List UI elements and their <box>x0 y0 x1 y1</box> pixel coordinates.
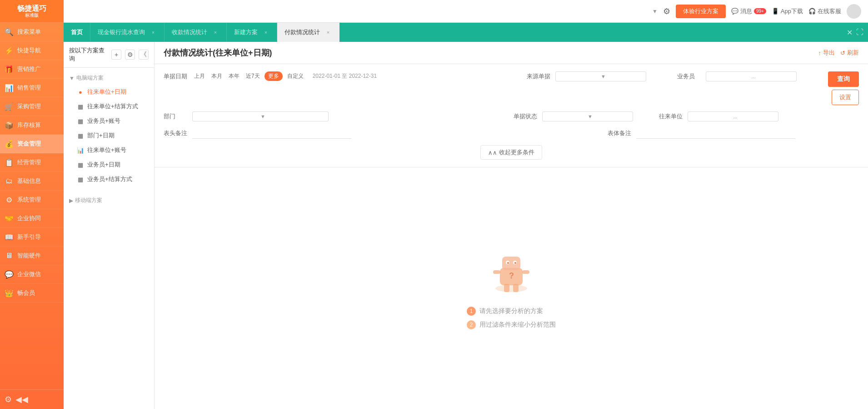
tab-home[interactable]: 首页 <box>64 23 90 42</box>
folder-icon: 🗂 <box>5 177 14 186</box>
sidebar: 畅捷通巧 标准版 🔍 搜索菜单 ⚡ 快捷导航 🎁 营销推广 📊 销售管理 🛒 采… <box>0 0 64 409</box>
tab-close-all-icon[interactable]: ✕ <box>847 28 853 37</box>
box-icon: 📦 <box>5 121 14 130</box>
dept-arrow-icon: ▼ <box>260 114 324 119</box>
body-note-input[interactable] <box>636 128 795 139</box>
scheme-unit-account[interactable]: 📊 往来单位+账号 <box>64 143 154 157</box>
trial-button[interactable]: 体验行业方案 <box>676 5 726 18</box>
filter-row-3: 表头备注 表体备注 <box>164 128 859 139</box>
staff-date-icon: ▦ <box>76 161 85 169</box>
doc-status-select[interactable]: ▼ <box>542 111 633 121</box>
dropdown-arrow-icon[interactable]: ▼ <box>652 8 658 15</box>
svg-rect-8 <box>522 270 529 274</box>
export-btn[interactable]: ↑ 导出 <box>818 49 835 57</box>
scheme-settings-btn[interactable]: ⚙ <box>125 50 135 60</box>
desktop-section: ▼ 电脑端方案 ● 往来单位+日期 ▦ 往来单位+结算方式 ▦ 业务员+账号 ▦ <box>64 68 154 190</box>
sidebar-item-sales[interactable]: 📊 销售管理 <box>0 79 64 97</box>
user-avatar[interactable] <box>847 4 861 19</box>
header-note-input[interactable] <box>192 128 351 139</box>
tab-bank[interactable]: 现金银行流水查询 × <box>90 23 165 42</box>
clipboard-icon: 📋 <box>5 158 14 167</box>
source-label: 来源单据 <box>527 72 552 81</box>
scheme-staff-account[interactable]: ▦ 业务员+账号 <box>64 114 154 128</box>
this-year-opt[interactable]: 本年 <box>227 71 241 81</box>
tab-new-close[interactable]: × <box>262 29 269 36</box>
refresh-btn[interactable]: ↺ 刷新 <box>840 49 859 57</box>
last7days-opt[interactable]: 近7天 <box>244 71 262 81</box>
staff-settle-icon: ▦ <box>76 175 85 183</box>
more-opt[interactable]: 更多 <box>264 71 283 81</box>
sidebar-item-finance[interactable]: 💰 资金管理 <box>0 135 64 153</box>
online-service-btn[interactable]: 🎧 在线客服 <box>808 7 841 15</box>
source-select[interactable]: ▼ <box>555 71 646 81</box>
sidebar-item-system[interactable]: ⚙ 系统管理 <box>0 191 64 209</box>
date-range-display[interactable]: 2022-01-01 至 2022-12-31 <box>313 72 377 80</box>
step1-num: 1 <box>467 307 476 316</box>
collapse-panel-btn[interactable]: 《 <box>139 50 149 60</box>
custom-opt[interactable]: 自定义 <box>285 71 305 81</box>
sidebar-header: 畅捷通巧 标准版 <box>0 0 64 23</box>
dept-label: 部门 <box>164 112 189 121</box>
sidebar-item-business[interactable]: 📋 经营管理 <box>0 153 64 172</box>
main-area: ▼ ⚙ 体验行业方案 💬 消息 99+ 📱 App下载 🎧 在线客服 首页 现金… <box>64 0 868 409</box>
mobile-section-header[interactable]: ▶ 移动端方案 <box>64 194 154 207</box>
sidebar-item-wechat[interactable]: 💬 企业微信 <box>0 265 64 284</box>
empty-step-2: 2 用过滤条件来缩小分析范围 <box>467 320 556 329</box>
unit-ellipsis-icon: ... <box>733 114 774 119</box>
sidebar-item-purchase[interactable]: 🛒 采购管理 <box>0 97 64 116</box>
chat-icon: 💬 <box>5 270 14 279</box>
collapse-sidebar-icon[interactable]: ◀◀ <box>15 394 28 404</box>
sidebar-item-search[interactable]: 🔍 搜索菜单 <box>0 23 64 41</box>
sidebar-item-nav[interactable]: ⚡ 快捷导航 <box>0 41 64 60</box>
staff-label: 业务员 <box>677 72 702 81</box>
gear-icon: ⚙ <box>5 195 14 204</box>
filter-row-1: 单据日期 上月 本月 本年 近7天 更多 自定义 2022-01-01 至 20… <box>164 71 859 105</box>
scheme-staff-date[interactable]: ▦ 业务员+日期 <box>64 157 154 172</box>
dept-select[interactable]: ▼ <box>192 111 329 121</box>
sidebar-item-marketing[interactable]: 🎁 营销推广 <box>0 60 64 79</box>
sidebar-item-collab[interactable]: 🤝 企业协同 <box>0 209 64 228</box>
sidebar-nav: 🔍 搜索菜单 ⚡ 快捷导航 🎁 营销推广 📊 销售管理 🛒 采购管理 📦 库存核… <box>0 23 64 389</box>
app-download-btn[interactable]: 📱 App下载 <box>772 7 803 15</box>
step2-num: 2 <box>467 320 476 329</box>
tab-receipt-close[interactable]: × <box>212 29 219 36</box>
scheme-staff-settle[interactable]: ▦ 业务员+结算方式 <box>64 172 154 187</box>
tab-bank-close[interactable]: × <box>150 29 157 36</box>
this-month-opt[interactable]: 本月 <box>210 71 224 81</box>
tab-receipt[interactable]: 收款情况统计 × <box>165 23 227 42</box>
sidebar-item-inventory[interactable]: 📦 库存核算 <box>0 116 64 135</box>
scheme-dept-date[interactable]: ▦ 部门+日期 <box>64 128 154 143</box>
staff-select[interactable]: ... <box>706 71 797 81</box>
tab-expand-icon[interactable]: ⛶ <box>856 28 863 36</box>
sidebar-item-guide[interactable]: 📖 新手引导 <box>0 228 64 247</box>
tab-payment-close[interactable]: × <box>324 29 332 36</box>
desktop-section-header[interactable]: ▼ 电脑端方案 <box>64 71 154 85</box>
source-filter-group: 来源单据 ▼ <box>527 71 668 81</box>
message-icon: 💬 <box>731 8 738 15</box>
svg-point-0 <box>495 285 527 292</box>
tab-payment[interactable]: 付款情况统计 × <box>277 23 339 42</box>
scheme-unit-date[interactable]: ● 往来单位+日期 <box>64 85 154 99</box>
settings-footer-icon[interactable]: ⚙ <box>5 394 12 404</box>
query-button[interactable]: 查询 <box>828 71 859 87</box>
message-btn[interactable]: 💬 消息 99+ <box>731 7 766 15</box>
last-month-opt[interactable]: 上月 <box>192 71 207 81</box>
svg-rect-7 <box>493 270 500 274</box>
sidebar-item-basic[interactable]: 🗂 基础信息 <box>0 172 64 191</box>
filter-settings-button[interactable]: 设置 <box>832 90 859 105</box>
filter-row-2: 部门 ▼ 单据状态 ▼ 往来单位 <box>164 111 859 121</box>
svg-rect-10 <box>513 284 519 292</box>
left-panel: 按以下方案查询 + ⚙ 《 ▼ 电脑端方案 ● 往来单位+日期 ▦ 往来单位+结… <box>64 42 155 409</box>
export-icon: ↑ <box>818 50 822 56</box>
scheme-unit-settle[interactable]: ▦ 往来单位+结算方式 <box>64 99 154 114</box>
sidebar-item-hardware[interactable]: 🖥 智能硬件 <box>0 247 64 265</box>
collapse-filters-btn[interactable]: ∧∧ 收起更多条件 <box>480 145 542 160</box>
topbar: ▼ ⚙ 体验行业方案 💬 消息 99+ 📱 App下载 🎧 在线客服 <box>64 0 868 23</box>
sidebar-item-member[interactable]: 👑 畅会员 <box>0 284 64 303</box>
tab-new[interactable]: 新建方案 × <box>227 23 277 42</box>
svg-point-6 <box>514 262 516 264</box>
unit-select[interactable]: ... <box>688 111 778 121</box>
finance-icon: 💰 <box>5 139 14 148</box>
topbar-settings-icon[interactable]: ⚙ <box>663 6 670 16</box>
add-scheme-btn[interactable]: + <box>111 50 121 60</box>
